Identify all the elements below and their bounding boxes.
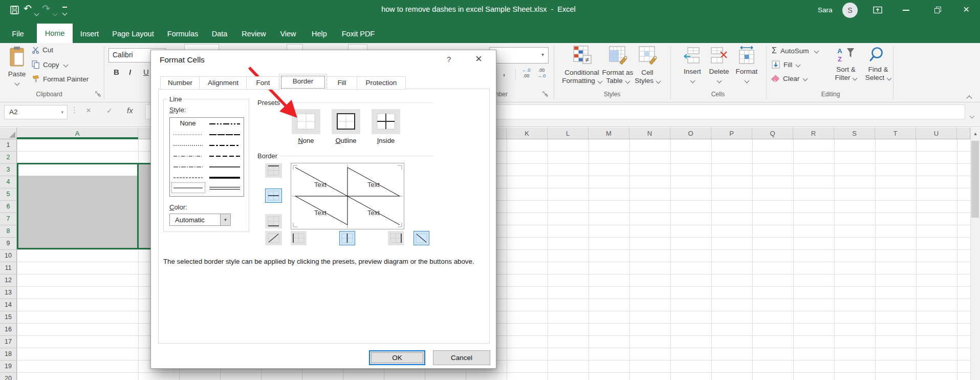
- undo-button[interactable]: ↶: [24, 3, 32, 14]
- ribbon-display-options-button[interactable]: [873, 6, 882, 14]
- active-cell[interactable]: [18, 164, 137, 176]
- tab-foxit-pdf[interactable]: Foxit PDF: [335, 25, 382, 43]
- italic-button[interactable]: I: [129, 68, 131, 76]
- border-top-button[interactable]: [265, 163, 282, 178]
- format-button[interactable]: Format: [733, 44, 760, 95]
- column-header-s[interactable]: S: [834, 128, 875, 139]
- sort-filter-button[interactable]: AZ Sort & Filter: [829, 44, 863, 95]
- collapse-ribbon-button[interactable]: [967, 93, 971, 102]
- cancel-entry-button[interactable]: ×: [86, 105, 91, 116]
- clear-button[interactable]: Clear: [771, 75, 807, 82]
- column-header-q[interactable]: Q: [752, 128, 793, 139]
- dialog-tab-protection[interactable]: Protection: [357, 76, 406, 90]
- border-left-button[interactable]: [291, 231, 307, 245]
- ribbon-display-options-icon: [873, 6, 882, 14]
- column-header-r[interactable]: R: [793, 128, 834, 139]
- dialog-tab-number[interactable]: Number: [160, 76, 200, 90]
- customize-qat-button[interactable]: [62, 7, 67, 17]
- dialog-tab-font[interactable]: Font: [246, 76, 280, 90]
- ok-button[interactable]: OK: [369, 350, 425, 365]
- find-select-button[interactable]: Find & Select: [863, 44, 894, 95]
- scroll-up-button[interactable]: ▲: [971, 128, 980, 140]
- tab-insert[interactable]: Insert: [73, 25, 106, 43]
- number-dialog-launcher[interactable]: [542, 91, 548, 97]
- column-header-u[interactable]: U: [916, 128, 957, 139]
- column-header-m[interactable]: M: [589, 128, 629, 139]
- paste-dropdown-icon: [14, 81, 19, 86]
- column-header-t[interactable]: T: [875, 128, 916, 139]
- paste-button[interactable]: Paste: [4, 44, 30, 93]
- name-box[interactable]: A2 ▾: [4, 105, 68, 119]
- preset-none-button[interactable]: [292, 109, 320, 134]
- column-header-p[interactable]: P: [711, 128, 752, 139]
- redo-button[interactable]: ↷: [42, 3, 50, 14]
- copy-button[interactable]: Copy: [32, 60, 68, 69]
- column-header-k[interactable]: K: [507, 128, 548, 139]
- vertical-scrollbar[interactable]: ▲: [970, 128, 980, 380]
- autosum-button[interactable]: Σ AutoSum: [772, 46, 818, 55]
- tab-file[interactable]: File: [5, 25, 31, 43]
- preset-inside-button[interactable]: [372, 109, 400, 134]
- border-middle-horizontal-button[interactable]: [265, 188, 282, 203]
- format-painter-button[interactable]: Format Painter: [32, 75, 89, 83]
- sort-filter-icon: AZ: [836, 46, 856, 64]
- border-bottom-button[interactable]: [265, 214, 282, 228]
- border-top-icon: [268, 165, 279, 176]
- dialog-tab-fill[interactable]: Fill: [326, 76, 358, 90]
- cell-styles-icon: [637, 45, 658, 67]
- border-diagonal-up-button[interactable]: [265, 231, 282, 245]
- minimize-button[interactable]: [903, 10, 909, 11]
- cut-button[interactable]: Cut: [32, 46, 53, 54]
- clipboard-dialog-launcher[interactable]: [95, 91, 101, 97]
- increase-decimal-button[interactable]: ←.0.00: [519, 68, 533, 82]
- tab-page-layout[interactable]: Page Layout: [106, 25, 160, 43]
- tab-view[interactable]: View: [272, 25, 304, 43]
- save-button[interactable]: [10, 6, 19, 14]
- column-header-o[interactable]: O: [670, 128, 711, 139]
- line-style-listbox[interactable]: None: [169, 117, 244, 197]
- decrease-decimal-button[interactable]: .00→.0: [534, 68, 549, 82]
- column-header-l[interactable]: L: [548, 128, 589, 139]
- name-box-splitter[interactable]: ⋮: [71, 105, 78, 115]
- border-diagonal-down-button[interactable]: [413, 231, 429, 245]
- line-style-samples[interactable]: [170, 118, 243, 195]
- name-box-dropdown-icon[interactable]: ▾: [61, 110, 63, 115]
- redo-dropdown[interactable]: [53, 8, 57, 17]
- delete-button[interactable]: Delete: [706, 44, 732, 95]
- restore-button[interactable]: [934, 7, 941, 13]
- tab-review[interactable]: Review: [235, 25, 272, 43]
- border-right-icon: [390, 233, 402, 243]
- user-name[interactable]: Sara: [818, 6, 833, 14]
- scrollbar-thumb[interactable]: [971, 141, 979, 218]
- column-header-partial[interactable]: [957, 128, 970, 139]
- tab-help[interactable]: Help: [304, 25, 335, 43]
- column-header-n[interactable]: N: [629, 128, 670, 139]
- cell-styles-button[interactable]: Cell Styles: [631, 44, 663, 95]
- avatar[interactable]: S: [842, 3, 858, 18]
- dialog-tab-alignment[interactable]: Alignment: [199, 76, 247, 90]
- color-combo-arrow-button[interactable]: ▾: [220, 214, 230, 225]
- comma-style-button[interactable]: ,: [497, 67, 511, 81]
- border-diagonal-down-icon: [416, 233, 427, 243]
- undo-dropdown[interactable]: [35, 8, 38, 17]
- border-right-button[interactable]: [388, 231, 404, 245]
- number-format-combo[interactable]: ▾: [489, 47, 549, 64]
- tab-data[interactable]: Data: [204, 25, 235, 43]
- border-middle-vertical-icon: [341, 233, 353, 243]
- close-button[interactable]: ×: [963, 3, 969, 15]
- insert-function-button[interactable]: fx: [127, 106, 133, 115]
- border-middle-vertical-button[interactable]: [339, 231, 355, 245]
- enter-entry-button[interactable]: ✓: [106, 107, 113, 115]
- color-combo[interactable]: Automatic ▾: [169, 214, 231, 226]
- bold-button[interactable]: B: [114, 68, 119, 76]
- dialog-tab-border[interactable]: Border: [279, 74, 327, 90]
- tab-formulas[interactable]: Formulas: [160, 25, 206, 43]
- expand-formula-bar-button[interactable]: [970, 111, 974, 120]
- tab-home[interactable]: Home: [37, 24, 73, 43]
- insert-button[interactable]: Insert: [680, 44, 705, 95]
- cancel-button[interactable]: Cancel: [433, 350, 490, 365]
- underline-button[interactable]: U: [143, 68, 149, 76]
- preset-outline-button[interactable]: [332, 109, 360, 134]
- fill-button[interactable]: Fill: [772, 60, 800, 69]
- border-preview-diagram[interactable]: TextText TextText: [291, 163, 404, 229]
